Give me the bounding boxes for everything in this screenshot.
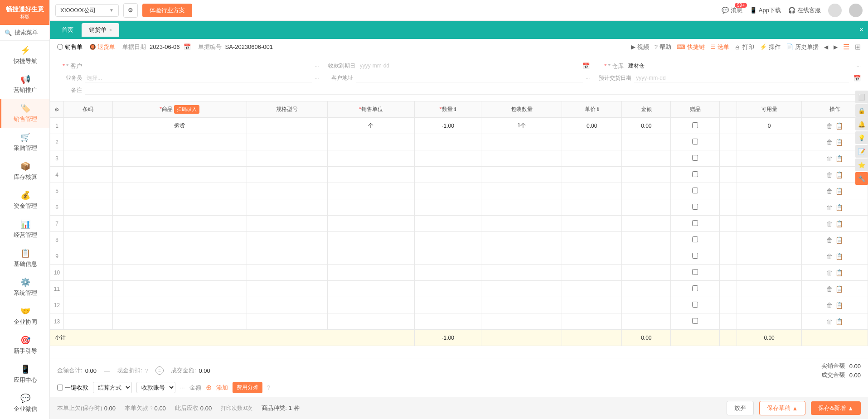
row-unit[interactable] [327,167,415,183]
row-spec[interactable] [247,281,327,297]
address-dots[interactable]: ··· [586,76,590,81]
row-price[interactable] [562,134,622,150]
row-pkg-qty[interactable]: 1个 [481,118,562,134]
float-btn-2[interactable]: 🔒 [855,104,868,117]
row-product[interactable] [112,297,247,313]
float-btn-4[interactable]: 💡 [855,131,868,144]
row-pkg-qty[interactable] [481,297,562,313]
row-qty[interactable] [415,265,481,281]
row-barcode[interactable] [64,134,113,150]
app-download-btn[interactable]: 📱 App下载 [750,6,781,14]
abandon-btn[interactable]: 放弃 [727,401,754,415]
row-amount[interactable] [622,232,671,248]
row-barcode[interactable] [64,313,113,330]
sidebar-item-system[interactable]: ⚙️ 系统管理 [0,273,49,302]
due-date-input[interactable] [358,62,578,70]
delete-icon[interactable]: 🗑 [826,220,833,227]
row-barcode[interactable] [64,118,113,134]
row-spec[interactable] [247,216,327,232]
float-btn-5[interactable]: 📝 [855,145,868,158]
row-pkg-qty[interactable] [481,167,562,183]
sidebar-item-collab[interactable]: 🤝 企业协同 [0,302,49,331]
row-qty[interactable] [415,134,481,150]
row-amount[interactable] [622,297,671,313]
sidebar-item-guide[interactable]: 🎯 新手引导 [0,331,49,360]
gift-checkbox[interactable] [692,236,698,242]
row-product[interactable] [112,232,247,248]
owe-help-icon[interactable]: ? [150,406,153,411]
history-btn[interactable]: 📄 历史单据 [786,43,819,51]
nav-next-btn[interactable]: ▶ [834,44,838,50]
row-spec[interactable] [247,150,327,167]
row-unit[interactable]: 个 [327,118,415,134]
sale-radio[interactable]: 销售单 [57,43,82,51]
row-barcode[interactable] [64,297,113,313]
row-spec[interactable] [247,183,327,199]
row-qty[interactable] [415,150,481,167]
float-btn-3[interactable]: 🔔 [855,118,868,130]
delete-icon[interactable]: 🗑 [826,253,833,260]
row-pkg-qty[interactable] [481,134,562,150]
row-product[interactable] [112,134,247,150]
copy-icon[interactable]: 📋 [835,188,843,195]
copy-icon[interactable]: 📋 [835,220,843,227]
row-spec[interactable] [247,232,327,248]
row-qty[interactable] [415,216,481,232]
row-amount[interactable] [622,134,671,150]
row-qty[interactable]: -1.00 [415,118,481,134]
row-qty[interactable] [415,248,481,265]
sidebar-item-inventory[interactable]: 📦 库存核算 [0,157,49,186]
copy-icon[interactable]: 📋 [835,122,843,130]
tab-close-icon[interactable]: × [109,28,112,33]
sidebar-item-finance[interactable]: 💰 资金管理 [0,186,49,215]
warehouse-dots[interactable]: ··· [857,63,861,69]
fenyong-btn[interactable]: 费用分摊 [233,382,262,393]
calendar-icon2[interactable]: 📅 [582,63,590,69]
row-spec[interactable] [247,297,327,313]
row-amount[interactable] [622,281,671,297]
gift-checkbox[interactable] [692,155,698,161]
copy-icon[interactable]: 📋 [835,269,843,276]
row-gift[interactable] [671,199,720,216]
row-gift[interactable] [671,134,720,150]
row-product[interactable] [112,199,247,216]
gift-checkbox[interactable] [692,122,698,128]
row-barcode[interactable] [64,150,113,167]
sidebar-search[interactable]: 🔍 搜索菜单 [0,25,49,41]
row-price[interactable] [562,183,622,199]
row-unit[interactable] [327,150,415,167]
online-service-btn[interactable]: 🎧 在线客服 [788,6,821,14]
row-pkg-qty[interactable] [481,265,562,281]
row-qty[interactable] [415,183,481,199]
row-pkg-qty[interactable] [481,183,562,199]
row-unit[interactable] [327,297,415,313]
customer-input[interactable] [85,62,312,70]
row-qty[interactable] [415,199,481,216]
row-price[interactable] [562,167,622,183]
video-btn[interactable]: ▶ 视频 [631,43,649,51]
view-list-btn[interactable]: ☰ [843,43,849,51]
copy-icon[interactable]: 📋 [835,318,843,325]
save-draft-btn[interactable]: 保存草稿 ▲ [759,401,806,415]
copy-icon[interactable]: 📋 [835,236,843,244]
calendar-icon[interactable]: 📅 [184,43,191,50]
user-avatar[interactable] [828,4,842,17]
row-price[interactable] [562,248,622,265]
row-pkg-qty[interactable] [481,313,562,330]
customer-dots[interactable]: ··· [315,63,319,69]
gift-checkbox[interactable] [692,253,698,259]
row-qty[interactable] [415,281,481,297]
copy-icon[interactable]: 📋 [835,204,843,211]
delete-icon[interactable]: 🗑 [826,171,833,178]
row-price[interactable] [562,232,622,248]
save-new-btn[interactable]: 保存&新增 ▲ [811,401,861,415]
row-unit[interactable] [327,183,415,199]
help-btn[interactable]: ? 帮助 [655,43,671,51]
row-price[interactable] [562,150,622,167]
one-click-checkbox[interactable]: 一键收款 [57,384,88,392]
row-barcode[interactable] [64,167,113,183]
float-btn-7[interactable]: 🔧 [855,172,868,185]
row-product[interactable] [112,167,247,183]
row-gift[interactable] [671,183,720,199]
row-unit[interactable] [327,313,415,330]
